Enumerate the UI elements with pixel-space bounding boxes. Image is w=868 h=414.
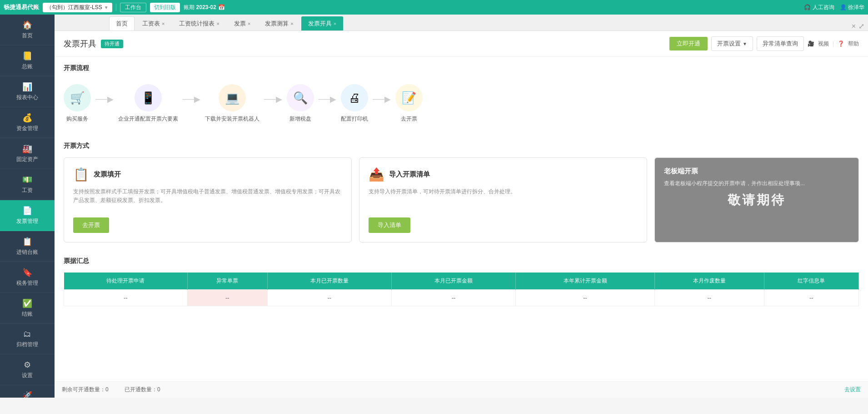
tab-close-icon[interactable]: ×: [162, 21, 165, 26]
period-value: 2023-02: [196, 4, 216, 10]
customer-service[interactable]: 🎧 人工咨询: [804, 4, 834, 11]
summary-section-title: 票据汇总: [64, 257, 859, 265]
user-avatar[interactable]: 👤 徐泽华: [840, 4, 864, 11]
tab-payroll[interactable]: 工资表 ×: [135, 16, 171, 30]
sidebar-item-purchase-sales[interactable]: 📋 进销台账: [0, 231, 55, 262]
tab-invoice[interactable]: 发票 ×: [227, 16, 257, 30]
flow-arrow-5: ──▶: [368, 94, 395, 104]
gear-icon: ⚙: [24, 360, 31, 370]
tab-invoice-calc[interactable]: 发票测算 ×: [258, 16, 300, 30]
video-label: 视频: [818, 40, 829, 48]
flow-section: 开票流程 🛒 购买服务 ──▶ 📱 企业开通配置开票六要素 ──▶ 💻 下载: [55, 57, 868, 135]
configure-icon: 📱: [135, 84, 162, 111]
sidebar-item-label: 设置: [22, 372, 33, 379]
exception-query-button[interactable]: 异常清单查询: [757, 36, 804, 51]
cell-red-note[interactable]: --: [764, 290, 858, 306]
bottom-bar: 剩余可开通数量：0 已开通数量：0 去设置: [55, 381, 868, 398]
coming-soon-text: 敬请期待: [728, 192, 786, 209]
flow-step-label: 配置打印机: [341, 115, 368, 123]
home-icon: 🏠: [22, 20, 32, 30]
chevron-down-icon: ▼: [743, 41, 747, 46]
cell-month-count[interactable]: --: [267, 290, 391, 306]
cell-year-amount[interactable]: --: [516, 290, 655, 306]
checkmark-icon: ✅: [22, 298, 32, 308]
flow-step-download[interactable]: 💻 下载并安装开票机器人: [205, 84, 259, 123]
tag-icon: 🔖: [22, 268, 32, 278]
restore-window-icon[interactable]: ⤢: [858, 22, 864, 30]
tab-payroll-report[interactable]: 工资统计报表 ×: [172, 16, 226, 30]
sidebar-item-label: 税务管理: [16, 279, 38, 287]
tab-close-icon[interactable]: ×: [290, 21, 293, 26]
sidebar-item-home[interactable]: 🏠 首页: [0, 15, 55, 45]
workstation-button[interactable]: 工作台: [120, 3, 146, 12]
cell-void-count[interactable]: --: [654, 290, 764, 306]
flow-step-taxpad[interactable]: 🔍 新增税盘: [287, 84, 314, 123]
sidebar-item-funds[interactable]: 💰 资金管理: [0, 107, 55, 138]
summary-table: 待处理开票申请 异常单票 本月已开票数量 本月已开票金额 本年累计开票金额 本月…: [64, 273, 859, 306]
flow-step-configure[interactable]: 📱 企业开通配置开票六要素: [118, 84, 178, 123]
tab-close-icon[interactable]: ×: [334, 21, 336, 26]
flow-step-issue[interactable]: 📝 去开票: [395, 84, 423, 123]
method-card-import: 📤 导入开票清单 支持导入待开票清单，可对待开票清单进行拆分、合并处理。 导入清…: [359, 157, 647, 242]
col-header-pending: 待处理开票申请: [64, 273, 188, 290]
cell-pending[interactable]: --: [64, 290, 188, 306]
summary-section: 票据汇总 待处理开票申请 异常单票 本月已开票数量 本月已开票金额 本年累计开票…: [55, 250, 868, 313]
period-label: 账期: [184, 4, 195, 11]
go-issue-button[interactable]: 去开票: [73, 217, 109, 233]
sidebar-item-label: 首页: [22, 32, 33, 40]
top-bar-left: 畅捷通易代账 （勾到）江西服室-LSS ▼ 工作台 切到旧版 账期 2023-0…: [4, 3, 225, 12]
sidebar-item-archive[interactable]: 🗂 归档管理: [0, 324, 55, 354]
methods-section-title: 开票方式: [64, 142, 859, 150]
rocket-icon: 🚀: [22, 391, 32, 398]
sidebar-item-label: 工资: [22, 187, 33, 194]
sidebar-item-settlement[interactable]: ✅ 结账: [0, 293, 55, 324]
page-content: 发票开具 待开通 立即开通 开票设置 ▼ 异常清单查询 🎥 视频 | ❓: [55, 31, 868, 381]
sidebar-item-label: 进销台账: [16, 248, 38, 256]
tab-home[interactable]: 首页: [109, 16, 135, 30]
sidebar-item-invoice[interactable]: 📄 发票管理: [0, 200, 55, 231]
app-logo: 畅捷通易代账: [4, 3, 39, 11]
open-settings-button[interactable]: 开票设置 ▼: [711, 36, 753, 51]
tab-close-icon[interactable]: ×: [216, 21, 219, 26]
sidebar-item-reports[interactable]: 📊 报表中心: [0, 76, 55, 107]
calendar-icon[interactable]: 📅: [218, 4, 225, 10]
tab-invoice-issue[interactable]: 发票开具 ×: [301, 16, 343, 30]
chart-icon: 📊: [22, 82, 32, 92]
flow-step-label: 购买服务: [66, 115, 88, 123]
open-now-button[interactable]: 立即开通: [669, 37, 708, 50]
status-badge: 待开通: [101, 40, 123, 48]
col-header-year-amount: 本年累计开票金额: [516, 273, 655, 290]
used-quota: 已开通数量：0: [125, 386, 160, 393]
company-selector[interactable]: （勾到）江西服室-LSS ▼: [43, 3, 112, 12]
help-label: 帮助: [848, 40, 859, 48]
cell-exception[interactable]: --: [187, 290, 267, 306]
close-window-icon[interactable]: ×: [852, 22, 856, 30]
import-list-button[interactable]: 导入清单: [369, 217, 410, 233]
sidebar-item-label: 资金管理: [16, 125, 38, 132]
cell-month-amount[interactable]: --: [391, 290, 515, 306]
nav-tabs: 首页 工资表 × 工资统计报表 × 发票 × 发票测算 × 发票开具 ×: [55, 15, 868, 31]
flow-section-title: 开票流程: [64, 64, 859, 72]
flow-step-printer[interactable]: 🖨 配置打印机: [341, 84, 368, 123]
methods-section: 开票方式 📋 发票填开 支持按照发票样式手工填报开发票；可开具增值税电子普通发票…: [55, 135, 868, 250]
switch-old-version-button[interactable]: 切到旧版: [150, 3, 180, 12]
sidebar-item-general-ledger[interactable]: 📒 总账: [0, 45, 55, 76]
sidebar-item-tax[interactable]: 🔖 税务管理: [0, 262, 55, 293]
tab-close-icon[interactable]: ×: [248, 21, 250, 26]
fill-invoice-desc: 支持按照发票样式手工填报开发票；可开具增值税电子普通发票、增值税普通发票、增值税…: [73, 187, 342, 210]
go-settings-link[interactable]: 去设置: [844, 386, 861, 394]
sidebar-item-guide[interactable]: 🚀 新手引导: [0, 385, 55, 398]
page-title: 发票开具: [64, 38, 96, 49]
video-icon[interactable]: 🎥: [808, 40, 814, 47]
help-icon[interactable]: ❓: [838, 40, 844, 47]
tab-label: 发票开具: [308, 20, 332, 28]
invoice-icon: 📄: [22, 206, 32, 216]
flow-step-buy[interactable]: 🛒 购买服务: [64, 84, 91, 123]
old-terminal-overlay: 敬请期待: [655, 158, 858, 242]
col-header-exception: 异常单票: [187, 273, 267, 290]
sidebar-item-settings[interactable]: ⚙ 设置: [0, 354, 55, 385]
sidebar-item-payroll[interactable]: 💵 工资: [0, 169, 55, 200]
sidebar-item-label: 报表中心: [16, 94, 38, 101]
sidebar-item-assets[interactable]: 🏭 固定资产: [0, 138, 55, 169]
remaining-quota: 剩余可开通数量：0: [62, 386, 109, 393]
